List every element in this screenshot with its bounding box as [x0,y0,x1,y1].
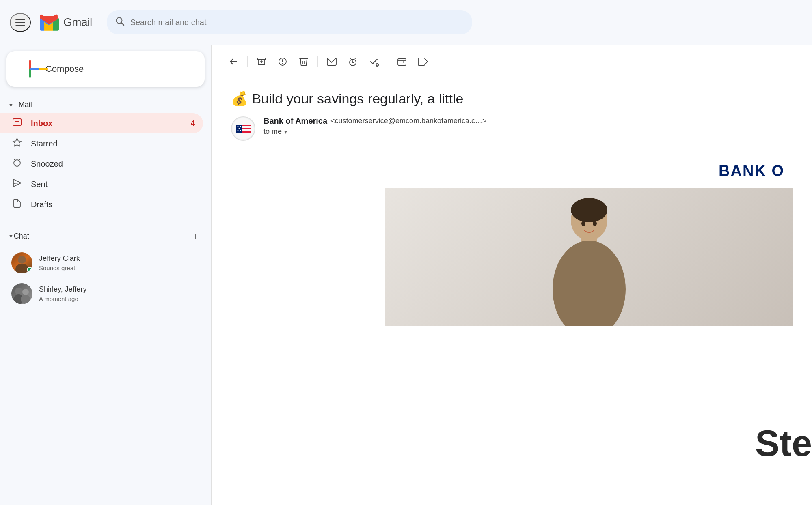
label-button[interactable] [412,51,434,72]
mail-section-header[interactable]: ▼ Mail [0,97,211,113]
sidebar-item-sent[interactable]: Sent [0,174,203,194]
svg-line-6 [19,159,20,160]
chat-preview-jeffery: Sounds great! [39,264,80,271]
svg-point-38 [240,130,241,131]
partial-name-text: Ste [755,423,812,464]
snoozed-label: Snoozed [31,159,195,169]
chat-name-shirley: Shirley, Jeffery [39,285,86,294]
svg-point-43 [581,221,585,226]
boa-logo-icon [233,118,254,139]
toolbar-divider-1 [247,56,248,67]
avatar-shirley [11,283,32,304]
drafts-icon [11,198,23,211]
sidebar-divider [0,218,211,218]
svg-line-24 [354,58,356,59]
to-me-text: to me [263,127,282,136]
drafts-label: Drafts [31,200,195,209]
email-image-area: Ste [231,188,793,326]
search-input[interactable] [130,18,464,27]
gmail-logo-icon [37,11,60,34]
chat-preview-shirley: A moment ago [39,295,86,302]
chat-section-label: Chat [14,232,188,241]
spam-button[interactable] [272,51,293,72]
svg-line-23 [350,58,352,59]
email-content-area: 💰 Build your savings regularly, a little [211,45,812,505]
snoozed-icon [11,158,23,170]
chat-info-jeffery: Jeffery Clark Sounds great! [39,254,80,271]
delete-button[interactable] [293,51,314,72]
chat-item-shirley[interactable]: Shirley, Jeffery A moment ago [0,278,211,309]
svg-point-42 [553,241,626,326]
to-dropdown-icon[interactable]: ▾ [284,129,287,135]
svg-point-36 [239,128,240,129]
email-from-bar: Bank of America <customerservice@emcom.b… [212,113,812,146]
app-title: Gmail [63,16,92,29]
svg-point-13 [21,295,30,304]
main-layout: Compose ▼ Mail Inbox 4 St [0,45,812,505]
chat-name-jeffery: Jeffery Clark [39,254,80,263]
chat-section: ▼ Chat + Jeffery Clark Sounds great! [0,225,211,309]
mark-unread-button[interactable] [321,51,342,72]
chat-item-jeffery[interactable]: Jeffery Clark Sounds great! [0,247,211,278]
toolbar-divider-2 [317,56,318,67]
subject-text: Build your savings regularly, a little [252,91,463,106]
svg-point-8 [18,256,26,264]
avatar-jeffery [11,252,32,273]
inbox-label: Inbox [31,119,183,128]
menu-button[interactable] [10,13,31,32]
sidebar: Compose ▼ Mail Inbox 4 St [0,45,211,505]
boa-email-content: BANK O [231,154,793,326]
subject-emoji: 💰 [231,91,248,106]
sidebar-item-starred[interactable]: Starred [0,133,203,154]
email-toolbar [212,45,812,79]
email-to-line[interactable]: to me ▾ [263,127,487,136]
email-subject-bar: 💰 Build your savings regularly, a little [212,79,812,113]
compose-label: Compose [45,64,84,74]
svg-marker-7 [13,179,21,187]
mail-section-label: Mail [19,101,32,109]
email-from-line: Bank of America <customerservice@emcom.b… [263,116,487,126]
svg-rect-14 [257,58,266,60]
sidebar-item-drafts[interactable]: Drafts [0,194,203,215]
email-meta: Bank of America <customerservice@emcom.b… [263,116,487,136]
person-illustration [528,188,650,326]
svg-point-10 [15,288,22,295]
online-indicator [27,267,32,273]
sidebar-item-inbox[interactable]: Inbox 4 [0,113,203,133]
chevron-down-icon: ▼ [8,102,14,108]
svg-line-1 [121,23,124,26]
sender-name: Bank of America [263,116,327,126]
svg-line-5 [14,159,15,160]
svg-point-12 [22,289,29,295]
move-to-button[interactable] [391,51,412,72]
sender-email: <customerservice@emcom.bankofamerica.c…> [330,117,486,125]
toolbar-divider-3 [388,56,388,67]
svg-rect-3 [15,119,19,122]
chat-section-header[interactable]: ▼ Chat + [0,225,211,247]
sender-avatar [231,116,255,141]
sidebar-item-snoozed[interactable]: Snoozed [0,154,203,174]
boa-header-text: BANK O [719,162,784,179]
back-button[interactable] [223,51,244,72]
chat-info-shirley: Shirley, Jeffery A moment ago [39,285,86,302]
add-task-button[interactable] [363,51,384,72]
compose-plus-icon [21,60,39,78]
svg-point-37 [238,130,239,131]
compose-button[interactable]: Compose [6,51,205,87]
archive-button[interactable] [251,51,272,72]
sent-label: Sent [31,180,195,189]
svg-point-9 [15,264,28,273]
sent-icon [11,178,23,190]
email-subject: 💰 Build your savings regularly, a little [231,91,463,106]
search-bar[interactable] [107,10,472,34]
svg-point-18 [282,63,283,64]
search-icon [115,16,125,28]
starred-label: Starred [31,139,195,148]
top-bar: Gmail [0,0,812,45]
svg-point-44 [593,221,597,226]
inbox-icon [11,117,23,129]
svg-point-35 [240,126,241,127]
add-chat-button[interactable]: + [188,229,203,243]
snooze-button[interactable] [342,51,363,72]
email-body: BANK O [212,146,812,505]
